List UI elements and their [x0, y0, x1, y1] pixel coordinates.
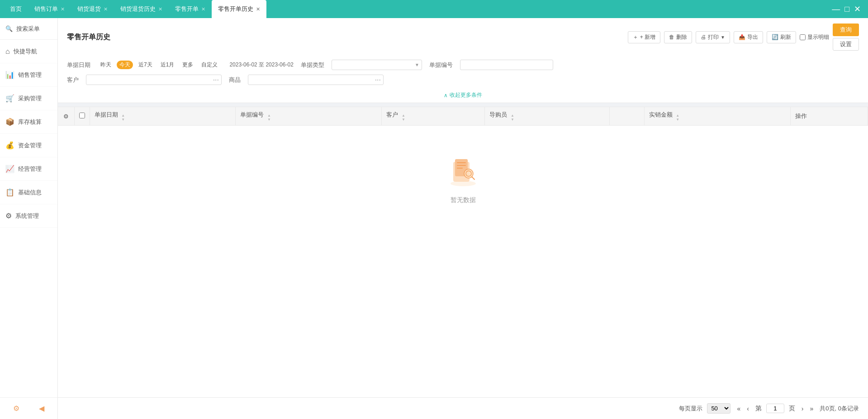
- sidebar-item-operations[interactable]: 📈 经营管理: [0, 157, 57, 181]
- tab-sales-return-history-close[interactable]: ✕: [158, 6, 162, 12]
- next-page-button[interactable]: ›: [800, 404, 806, 413]
- th-checkbox[interactable]: [74, 107, 90, 126]
- search-icon: 🔍: [5, 25, 13, 32]
- page-number-input[interactable]: [766, 404, 784, 413]
- query-label: 查询: [840, 26, 852, 33]
- tab-retail-open-history-label: 零售开单历史: [218, 5, 253, 13]
- sidebar-item-basic-info[interactable]: 📋 基础信息: [0, 181, 57, 204]
- add-button[interactable]: ＋ + 新增: [628, 31, 660, 43]
- query-button[interactable]: 查询: [833, 24, 859, 36]
- last-page-button[interactable]: »: [808, 404, 816, 413]
- date-opt-more[interactable]: 更多: [180, 61, 196, 69]
- sidebar-item-system-mgmt[interactable]: ⚙ 系统管理: [0, 204, 57, 228]
- purchase-mgmt-icon: 🛒: [5, 94, 14, 103]
- amount-sort-icon: ▲▼: [676, 114, 679, 122]
- tab-sales-return-close[interactable]: ✕: [104, 6, 108, 12]
- per-page-select[interactable]: 50 10 20 100: [707, 403, 730, 414]
- tab-retail-open-close[interactable]: ✕: [201, 6, 205, 12]
- th-number[interactable]: 单据编号 ▲▼: [236, 107, 382, 126]
- empty-illustration: [445, 153, 481, 189]
- doc-num-label: 单据编号: [429, 61, 453, 69]
- th-action-label: 操作: [795, 113, 807, 119]
- customer-dots-icon[interactable]: ···: [213, 76, 219, 84]
- select-all-checkbox[interactable]: [79, 113, 85, 118]
- display-detail-checkbox[interactable]: [800, 34, 806, 40]
- th-guide[interactable]: 导购员 ▲▼: [485, 107, 610, 126]
- filter-row-2: 客户 ··· 商品 ···: [67, 75, 859, 85]
- print-button[interactable]: 🖨 打印 ▼: [696, 31, 730, 43]
- tab-home[interactable]: 首页: [4, 0, 28, 18]
- product-dots-icon[interactable]: ···: [375, 76, 381, 84]
- sidebar-item-inventory-label: 库存核算: [18, 118, 42, 126]
- customer-label: 客户: [67, 76, 79, 84]
- tab-retail-open-history-close[interactable]: ✕: [256, 6, 260, 12]
- delete-button[interactable]: 🗑 删除: [664, 31, 692, 43]
- table-header-row: ⚙ 单据日期 ▲▼ 单据编号 ▲▼: [58, 107, 868, 126]
- customer-input[interactable]: [86, 75, 222, 85]
- basic-info-icon: 📋: [5, 188, 14, 197]
- sidebar-search[interactable]: 🔍 搜索采单: [0, 18, 57, 40]
- sidebar-item-operations-label: 经营管理: [18, 165, 42, 173]
- sidebar-item-finance[interactable]: 💰 资金管理: [0, 134, 57, 157]
- th-guide-label: 导购员: [489, 111, 507, 118]
- date-opt-7days[interactable]: 近7天: [136, 61, 155, 69]
- tab-sales-return-history[interactable]: 销货退货历史 ✕: [114, 0, 169, 18]
- collapse-filters-button[interactable]: ∧ 收起更多条件: [67, 89, 859, 103]
- add-icon: ＋: [633, 33, 638, 41]
- tab-sales-order-close[interactable]: ✕: [61, 6, 65, 12]
- th-date[interactable]: 单据日期 ▲▼: [90, 107, 236, 126]
- query-setting-buttons: 查询 设置: [833, 24, 859, 51]
- th-amount[interactable]: 实销金额 ▲▼: [644, 107, 790, 126]
- close-button[interactable]: ✕: [854, 4, 861, 14]
- date-opt-1month[interactable]: 近1月: [158, 61, 177, 69]
- delete-label: 删除: [676, 33, 687, 41]
- th-customer[interactable]: 客户 ▲▼: [382, 107, 485, 126]
- tab-sales-return-history-label: 销货退货历史: [120, 5, 156, 13]
- product-input-wrap: ···: [248, 75, 384, 85]
- sidebar-bottom: ⚙ ◀: [0, 397, 57, 419]
- date-opt-today[interactable]: 今天: [117, 61, 133, 69]
- tab-retail-open-history[interactable]: 零售开单历史 ✕: [212, 0, 266, 18]
- tab-retail-open[interactable]: 零售开单 ✕: [169, 0, 212, 18]
- doc-num-input[interactable]: [460, 60, 553, 70]
- minimize-button[interactable]: —: [832, 5, 840, 14]
- print-icon: 🖨: [701, 34, 706, 40]
- display-detail-label: 显示明细: [807, 33, 829, 41]
- sidebar-item-sales-mgmt[interactable]: 📊 销售管理: [0, 63, 57, 87]
- refresh-icon: 🔄: [772, 34, 778, 40]
- setting-button[interactable]: 设置: [833, 38, 859, 51]
- sidebar-item-inventory[interactable]: 📦 库存核算: [0, 110, 57, 134]
- data-table: ⚙ 单据日期 ▲▼ 单据编号 ▲▼: [58, 107, 868, 126]
- settings-icon[interactable]: ⚙: [13, 404, 19, 413]
- table-container: ⚙ 单据日期 ▲▼ 单据编号 ▲▼: [58, 107, 868, 397]
- product-input[interactable]: [248, 75, 384, 85]
- export-button[interactable]: 📤 导出: [734, 31, 763, 43]
- collapse-up-icon: ∧: [444, 92, 448, 99]
- date-sort-icon: ▲▼: [121, 114, 125, 122]
- th-number-label: 单据编号: [240, 111, 264, 118]
- date-opt-custom[interactable]: 自定义: [199, 61, 220, 69]
- sidebar-item-quick-nav[interactable]: ⌂ 快捷导航: [0, 40, 57, 63]
- page-title: 零售开单历史: [67, 33, 110, 42]
- doc-type-select[interactable]: [332, 60, 422, 70]
- sales-mgmt-icon: 📊: [5, 71, 14, 79]
- refresh-button[interactable]: 🔄 刷新: [767, 31, 796, 43]
- date-filter-label: 单据日期: [67, 61, 90, 69]
- date-opt-yesterday[interactable]: 昨天: [98, 61, 114, 69]
- pagination-bar: 每页显示 50 10 20 100 « ‹ 第 页 › » 共0页, 0条记录: [58, 397, 868, 419]
- maximize-button[interactable]: □: [844, 5, 849, 14]
- tab-sales-return[interactable]: 销货退货 ✕: [71, 0, 114, 18]
- operations-icon: 📈: [5, 165, 14, 173]
- collapse-sidebar-icon[interactable]: ◀: [39, 404, 44, 413]
- filter-area: 单据日期 昨天 今天 近7天 近1月 更多 自定义 2023-06-02 至 2…: [67, 56, 859, 103]
- tab-sales-order[interactable]: 销售订单 ✕: [28, 0, 71, 18]
- th-settings[interactable]: ⚙: [58, 107, 74, 126]
- first-page-button[interactable]: «: [735, 404, 742, 413]
- product-label: 商品: [229, 76, 241, 84]
- sidebar-item-purchase-mgmt[interactable]: 🛒 采购管理: [0, 87, 57, 110]
- display-detail-toggle[interactable]: 显示明细: [800, 33, 829, 41]
- filter-row-1: 单据日期 昨天 今天 近7天 近1月 更多 自定义 2023-06-02 至 2…: [67, 60, 859, 70]
- prev-page-button[interactable]: ‹: [745, 404, 751, 413]
- finance-icon: 💰: [5, 141, 14, 150]
- th-amount-label: 实销金额: [649, 111, 673, 118]
